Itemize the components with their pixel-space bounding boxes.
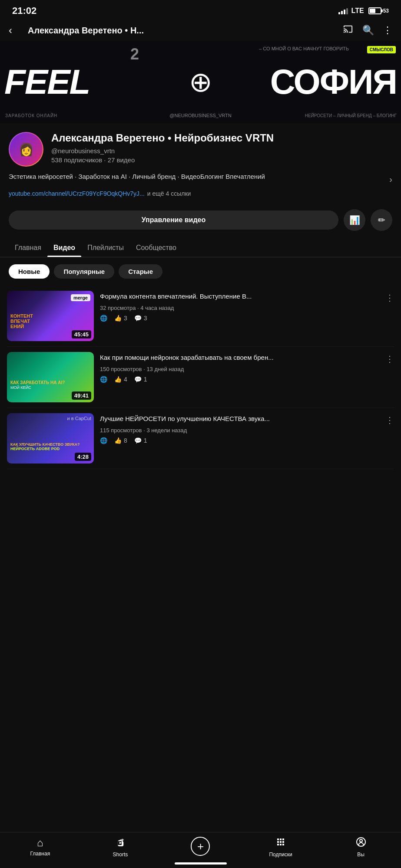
channel-link[interactable]: youtube.com/channel/UCrzF09YcF9OqkQHv7yJ…: [9, 190, 392, 197]
cast-icon[interactable]: [342, 24, 354, 36]
search-icon[interactable]: 🔍: [362, 25, 374, 36]
page-title: Александра Веретено • Н...: [28, 26, 337, 36]
channel-description[interactable]: Эстетика нейросетей · Заработок на AI · …: [9, 172, 392, 186]
visibility-icon-item: 🌐: [100, 376, 107, 383]
banner-sofia-text: СОФИЯ: [270, 62, 397, 102]
home-nav-label: Главная: [30, 851, 50, 857]
description-text: Эстетика нейросетей · Заработок на AI · …: [9, 172, 386, 182]
home-indicator: [175, 859, 227, 865]
shorts-nav-icon: [115, 837, 126, 850]
channel-stats: 538 подписчиков · 27 видео: [51, 156, 392, 164]
comment-icon: 💬: [134, 376, 142, 383]
battery-icon: 53: [368, 7, 389, 14]
video-actions: 🌐 👍 8 💬 1: [100, 437, 394, 444]
video-list: КОНТЕНТВПЕЧАТЕНИЙ merge 45:45 Формула ко…: [0, 286, 401, 469]
like-count: 3: [124, 315, 127, 322]
banner-compass-icon: ⊕: [189, 66, 212, 98]
signal-bars-icon: [338, 7, 348, 14]
more-options-icon[interactable]: ⋮: [383, 25, 392, 36]
lte-label: LTE: [351, 7, 364, 15]
like-icon: 👍: [114, 376, 122, 383]
tab-playlists[interactable]: Плейлисты: [81, 237, 130, 257]
channel-banner: – СО МНОЙ О ВАС НАЧНУТ ГОВОРИТЬ 2 СМЫСЛО…: [0, 41, 401, 123]
globe-icon: 🌐: [100, 437, 107, 444]
video-meta: Формула контента впечатлений. Выступлени…: [100, 291, 394, 322]
video-more-icon[interactable]: ⋮: [385, 353, 394, 364]
video-duration: 45:45: [72, 330, 91, 339]
nav-shorts[interactable]: Shorts: [80, 837, 161, 858]
banner-neiroset-text: НЕЙРОСЕТИ – ЛИЧНЫЙ БРЕНД – БЛОГИНГ: [305, 113, 397, 118]
video-item[interactable]: КАК ЗАРАБОТАТЬ НА AI?МОЙ КЕЙС 49:41 Как …: [7, 347, 394, 408]
video-info: 115 просмотров · 3 недели назад: [100, 427, 394, 434]
view-count: 115 просмотров: [100, 427, 142, 434]
tab-community[interactable]: Сообщество: [130, 237, 182, 257]
stats-icon: 📊: [349, 215, 360, 225]
video-more-icon[interactable]: ⋮: [385, 292, 394, 303]
stats-button[interactable]: 📊: [344, 209, 365, 231]
comment-item: 💬 3: [134, 315, 147, 322]
filter-old[interactable]: Старые: [119, 264, 162, 279]
like-count: 8: [124, 437, 127, 444]
subscriber-count: 538 подписчиков: [51, 156, 102, 164]
video-title: Лучшие НЕЙРОСЕТИ по улучшению КАЧЕСТВА з…: [100, 414, 385, 423]
video-more-icon[interactable]: ⋮: [385, 414, 394, 425]
merge-badge: merge: [71, 294, 90, 301]
comment-icon: 💬: [134, 437, 142, 444]
view-count: 150 просмотров: [100, 366, 142, 372]
nav-subscriptions[interactable]: Подписки: [241, 837, 321, 858]
filter-row: Новые Популярные Старые: [0, 257, 401, 286]
video-actions: 🌐 👍 4 💬 1: [100, 376, 394, 383]
channel-url: youtube.com/channel/UCrzF09YcF9OqkQHv7yJ…: [9, 190, 145, 197]
nav-home[interactable]: ⌂ Главная: [0, 837, 80, 858]
video-title: Как при помощи нейронок зарабатывать на …: [100, 353, 385, 362]
like-item: 👍 4: [114, 376, 127, 383]
manage-video-button[interactable]: Управление видео: [9, 210, 338, 230]
globe-icon: 🌐: [100, 376, 107, 383]
visibility-icon-item: 🌐: [100, 315, 107, 322]
description-expand-icon[interactable]: ›: [389, 173, 392, 186]
view-count: 32 просмотра: [100, 305, 136, 311]
comment-item: 💬 1: [134, 376, 147, 383]
comment-item: 💬 1: [134, 437, 147, 444]
video-item[interactable]: КОНТЕНТВПЕЧАТЕНИЙ merge 45:45 Формула ко…: [7, 286, 394, 347]
like-count: 4: [124, 376, 127, 383]
filter-popular[interactable]: Популярные: [54, 264, 114, 279]
battery-level: 53: [383, 8, 389, 14]
top-nav: ‹ Александра Веретено • Н... 🔍 ⋮: [0, 20, 401, 41]
filter-new[interactable]: Новые: [9, 264, 50, 279]
like-icon: 👍: [114, 315, 122, 322]
nav-you[interactable]: Вы: [321, 837, 401, 858]
tab-home[interactable]: Главная: [9, 237, 47, 257]
comment-count: 1: [144, 437, 147, 444]
capcut-badge: и в CapCut: [67, 416, 91, 421]
channel-info: 👩 Александра Веретено • Нейробизнес VRTN…: [0, 123, 401, 203]
upload-time: 13 дней назад: [146, 366, 184, 372]
video-info: 150 просмотров · 13 дней назад: [100, 366, 394, 372]
channel-tabs: Главная Видео Плейлисты Сообщество: [0, 237, 401, 257]
video-thumbnail: КАК ЗАРАБОТАТЬ НА AI?МОЙ КЕЙС 49:41: [7, 352, 94, 402]
svg-point-1: [360, 839, 362, 842]
status-bar: 21:02 LTE 53: [0, 0, 401, 20]
video-item[interactable]: КАК УЛУЧШИТЬ КАЧЕСТВО ЗВУКА?НЕЙРОСЕТЬ AD…: [7, 408, 394, 469]
banner-top-text: – СО МНОЙ О ВАС НАЧНУТ ГОВОРИТЬ: [259, 46, 349, 51]
video-duration: 49:41: [72, 391, 91, 400]
edit-icon: ✏: [378, 215, 385, 225]
comment-count: 3: [144, 315, 147, 322]
upload-time: 3 недели назад: [146, 427, 187, 434]
channel-handle: @neurobusiness_vrtn: [51, 147, 392, 155]
edit-button[interactable]: ✏: [371, 209, 392, 231]
nav-add[interactable]: +: [160, 837, 241, 858]
thumb-label: КОНТЕНТВПЕЧАТЕНИЙ: [10, 313, 33, 329]
banner-zarab-text: ЗАРАБОТОК ОНЛАЙН: [5, 113, 57, 118]
nav-icons: 🔍 ⋮: [342, 24, 392, 36]
video-thumbnail: КОНТЕНТВПЕЧАТЕНИЙ merge 45:45: [7, 291, 94, 341]
back-icon[interactable]: ‹: [9, 24, 23, 36]
channel-top-row: 👩 Александра Веретено • Нейробизнес VRTN…: [9, 132, 392, 167]
tab-videos[interactable]: Видео: [47, 237, 81, 257]
comment-count: 1: [144, 376, 147, 383]
thumb-label: КАК ЗАРАБОТАТЬ НА AI?МОЙ КЕЙС: [10, 380, 65, 390]
like-item: 👍 3: [114, 315, 127, 322]
video-count: 27 видео: [108, 156, 135, 164]
add-button[interactable]: +: [191, 837, 210, 856]
subscriptions-nav-icon: [275, 837, 286, 850]
